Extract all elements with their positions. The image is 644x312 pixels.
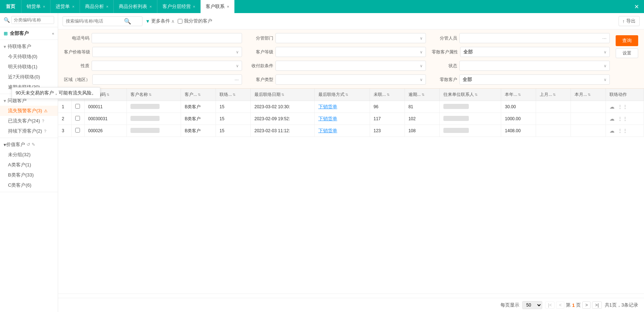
export-button[interactable]: ↑ 导出	[619, 16, 640, 26]
td-liaison-1	[439, 113, 501, 125]
sidebar-item-7days[interactable]: 近7天待联络(0)	[0, 72, 58, 82]
th-overdue[interactable]: 逾期...⇅	[404, 89, 439, 101]
tab-sales-order[interactable]: 销货单 ×	[21, 0, 51, 13]
manager-dots[interactable]: ···	[602, 35, 607, 41]
th-last-method[interactable]: 最后联络方式⇅	[314, 89, 370, 101]
last-page-button[interactable]: >|	[592, 301, 601, 309]
tab-customer-segment[interactable]: 客户分层经营 ×	[157, 0, 201, 13]
action-more-icon-0[interactable]: ⋮⋮	[617, 104, 628, 110]
phone-input[interactable]	[92, 33, 242, 43]
prev-page-button[interactable]: <	[556, 301, 564, 309]
payment-select[interactable]: ∨	[275, 61, 426, 71]
sidebar-item-ungroup[interactable]: 未分组(32)	[0, 150, 58, 160]
th-last-month[interactable]: 上月...⇅	[536, 89, 571, 101]
more-filter-button[interactable]: ▼ 更多条件 ∧	[145, 18, 175, 24]
zero-customer-select[interactable]: 全部 ∨	[459, 74, 610, 85]
search-input[interactable]	[66, 19, 124, 24]
table-footer: 每页显示 50 100 200 |< < 第 1 页 > >| 共1页，3条记录	[58, 298, 644, 312]
manager-select[interactable]: ···	[459, 33, 610, 43]
sidebar-item-today[interactable]: 今天待联络(0)	[0, 52, 58, 62]
sidebar-item-class-c[interactable]: C类客户(6)	[0, 180, 58, 190]
th-last-date[interactable]: 最后联络日期⇅	[251, 89, 315, 101]
td-checkbox-1[interactable]	[71, 113, 84, 125]
sidebar-search-input[interactable]	[11, 16, 54, 24]
td-checkbox-2[interactable]	[71, 125, 84, 137]
tab-purchase-order[interactable]: 进货单 ×	[51, 0, 80, 13]
next-page-button[interactable]: >	[582, 301, 591, 309]
price-level-select[interactable]: ∨	[92, 47, 242, 57]
customer-level-select[interactable]: ∨	[275, 47, 426, 57]
th-liaison[interactable]: 往来单位联系人⇅	[439, 89, 501, 101]
sidebar-item-churned[interactable]: 已流失客户(24) ?	[0, 116, 58, 126]
action-contact-icon-0[interactable]: ☁	[609, 104, 615, 110]
th-contact[interactable]: 联络...⇅	[216, 89, 251, 101]
dept-select[interactable]: ∨	[275, 33, 426, 43]
arrow-icon-2: ▾	[4, 98, 6, 104]
td-last-method-1[interactable]: 下销货单	[314, 113, 370, 125]
row-checkbox-1[interactable]	[75, 116, 80, 121]
status-select[interactable]: ∨	[459, 61, 610, 71]
customer-type-select[interactable]: ∨	[275, 74, 426, 85]
filter-panel: 电话号码 分管部门 ∨ 分管人员	[58, 29, 644, 89]
td-last-method-0[interactable]: 下销货单	[314, 101, 370, 113]
page-suffix: 页	[576, 302, 581, 308]
edit-icon[interactable]: ✎	[32, 142, 35, 147]
area-dots[interactable]: ···	[234, 77, 239, 82]
table-scrollbar[interactable]	[58, 293, 644, 298]
th-name[interactable]: 客户名称⇅	[127, 89, 181, 101]
tab-close-product-analysis[interactable]: ×	[106, 4, 108, 9]
per-page-select[interactable]: 50 100 200	[522, 301, 542, 309]
group-problem-customers: ▾ 问题客户 流失预警客户(3) ⚠ 已流失客户(24) ? 持续下滑客户(2)…	[0, 94, 58, 138]
sidebar-item-tomorrow[interactable]: 明天待联络(1)	[0, 62, 58, 72]
area-select[interactable]: ···	[92, 74, 242, 85]
export-icon: ↑	[623, 19, 625, 24]
tab-close-product-analysis-list[interactable]: ×	[149, 4, 152, 9]
action-contact-icon-1[interactable]: ☁	[609, 116, 615, 122]
grid-icon: ⊞	[4, 31, 8, 36]
sidebar-item-declining[interactable]: 持续下滑客户(2) ?	[0, 126, 58, 136]
th-uncontacted[interactable]: 未联...⇅	[370, 89, 404, 101]
tab-product-analysis-list[interactable]: 商品分析列表 ×	[114, 0, 157, 13]
collapse-icon[interactable]: «	[52, 31, 54, 36]
th-this-month[interactable]: 本月...⇅	[571, 89, 606, 101]
action-more-icon-2[interactable]: ⋮⋮	[617, 128, 628, 134]
close-all-tabs[interactable]: ✕	[629, 3, 644, 10]
row-checkbox-2[interactable]	[75, 128, 80, 133]
group-value-customers: ▾ 价值客户 ↺ ✎ 未分组(32) A类客户(1) B类客户(33) C类客户…	[0, 138, 58, 192]
search-button-icon[interactable]: 🔍	[124, 18, 131, 25]
td-last-method-2[interactable]: 下销货单	[314, 125, 370, 137]
my-customers-checkbox[interactable]	[178, 19, 182, 24]
sidebar-item-class-a[interactable]: A类客户(1)	[0, 160, 58, 170]
first-page-button[interactable]: |<	[545, 301, 555, 309]
action-contact-icon-2[interactable]: ☁	[609, 128, 615, 134]
td-name-0	[127, 101, 181, 113]
th-type[interactable]: 客户...⇅	[181, 89, 216, 101]
gender-select[interactable]: ∨	[92, 61, 242, 71]
tab-close-sales-order[interactable]: ×	[43, 4, 45, 9]
row-checkbox-0[interactable]	[75, 104, 80, 109]
tab-customer-contact[interactable]: 客户联系 ×	[201, 0, 234, 13]
td-checkbox-0[interactable]	[71, 101, 84, 113]
td-code-2: 000026	[84, 125, 127, 137]
settings-button[interactable]: 设置	[616, 48, 638, 58]
tab-product-analysis[interactable]: 商品分析 ×	[80, 0, 114, 13]
question-icon-2: ?	[44, 129, 46, 133]
zero-attr-select[interactable]: 全部 ∨	[460, 47, 610, 57]
tab-close-customer-contact[interactable]: ×	[227, 4, 229, 9]
td-actions-2[interactable]: ☁ ⋮⋮	[606, 125, 644, 137]
td-actions-0[interactable]: ☁ ⋮⋮	[606, 101, 644, 113]
sidebar-all-customers[interactable]: ⊞ 全部客户 «	[0, 27, 58, 40]
sort-icon-last-method: ⇅	[345, 93, 348, 97]
tab-close-customer-segment[interactable]: ×	[193, 4, 195, 9]
group-pending-contact-title[interactable]: ▾ 待联络客户	[0, 41, 58, 52]
action-more-icon-1[interactable]: ⋮⋮	[617, 116, 628, 122]
query-button[interactable]: 查询	[616, 35, 638, 46]
refresh-icon[interactable]: ↺	[27, 142, 30, 147]
th-this-year[interactable]: 本年...⇅	[501, 89, 536, 101]
group-value-customers-title[interactable]: ▾ 价值客户 ↺ ✎	[0, 139, 58, 150]
tab-close-purchase-order[interactable]: ×	[72, 4, 74, 9]
td-actions-1[interactable]: ☁ ⋮⋮	[606, 113, 644, 125]
tab-home[interactable]: 首页	[0, 0, 21, 13]
sidebar-item-class-b[interactable]: B类客户(33)	[0, 170, 58, 180]
sidebar-item-churn-warning[interactable]: 流失预警客户(3) ⚠	[0, 106, 58, 116]
